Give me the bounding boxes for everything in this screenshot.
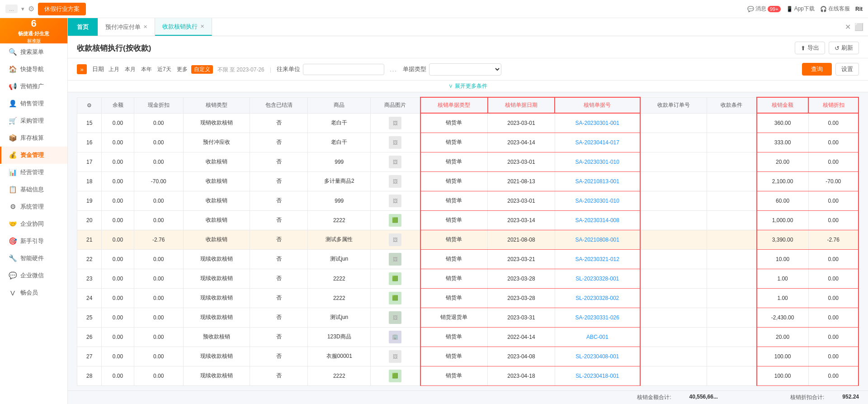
from-unit-input[interactable] (303, 64, 384, 75)
query-btn[interactable]: 查询 (802, 63, 832, 76)
sidebar-logo: 6 畅捷通·好生意 标准版 (0, 18, 67, 43)
cell-cancel_amount-1: 333.00 (757, 133, 808, 152)
cell-cancel_bill_no-1[interactable]: SA-20230414-017 (555, 133, 640, 152)
cell-cancel_bill_no-7[interactable]: SA-20230321-012 (555, 249, 640, 269)
sidebar-item-9[interactable]: ⚙系统管理 (0, 198, 67, 215)
table-row: 190.000.00收款核销否999🖼销货单2023-03-01SA-20230… (77, 191, 859, 210)
sidebar-item-13[interactable]: 💬企业微信 (0, 267, 67, 284)
date-link-more[interactable]: 更多 (175, 65, 189, 74)
dropdown-icon[interactable]: ▾ (21, 5, 24, 12)
cell-cancel_bill_no-2[interactable]: SA-20230301-010 (555, 152, 640, 171)
cell-balance-3: 0.00 (102, 171, 134, 191)
cell-cancel_amount-8: 1.00 (757, 269, 808, 288)
cell-cancel_bill_no-10[interactable]: SA-20230331-026 (555, 308, 640, 327)
sidebar-item-1[interactable]: 🏠快捷导航 (0, 61, 67, 78)
cell-cancel_bill_type-2: 销货单 (420, 152, 488, 171)
cell-goods-1: 老白干 (308, 133, 371, 152)
table-row: 210.00-2.76收款核销否测试多属性🖼销货单2021-08-08SA-20… (77, 230, 859, 249)
cell-cancel_bill_no-13[interactable]: SL-20230418-001 (555, 366, 640, 385)
sidebar-label-10: 企业协同 (20, 220, 44, 228)
cell-receipt_cond-12 (707, 347, 757, 366)
cell-cancel_bill_no-4[interactable]: SA-20230301-010 (555, 191, 640, 210)
cell-cancel_discount-4: 0.00 (808, 191, 859, 210)
cell-receipt_order_no-9 (640, 288, 707, 308)
tab-cancel-close[interactable]: ✕ (200, 24, 204, 29)
cell-included_settled-9: 否 (250, 288, 308, 308)
date-link-this-month[interactable]: 本月 (123, 65, 137, 74)
sidebar-label-14: 畅会员 (20, 289, 38, 297)
sidebar-item-12[interactable]: 🔧智能硬件 (0, 250, 67, 267)
tab-home-label: 首页 (77, 23, 89, 31)
cell-cancel_bill_date-12: 2023-04-08 (488, 347, 555, 366)
cell-cancel_type-6: 收款核销 (183, 230, 250, 249)
sidebar-item-3[interactable]: 👤销售管理 (0, 95, 67, 112)
cell-cancel_bill_type-12: 销货单 (420, 347, 488, 366)
date-link-7days[interactable]: 近7天 (156, 65, 173, 74)
tab-expand-icon[interactable]: ⬜ (854, 23, 863, 31)
bill-type-select[interactable] (429, 63, 501, 76)
user-name[interactable]: Rit (855, 6, 863, 12)
cell-cancel_type-3: 收款核销 (183, 171, 250, 191)
cell-receipt_cond-8 (707, 269, 757, 288)
tab-prepay[interactable]: 预付冲应付单 ✕ (98, 18, 155, 36)
settings-btn[interactable]: 设置 (835, 63, 859, 76)
cell-cancel_type-5: 收款核销 (183, 210, 250, 230)
tab-cancel-label: 收款核销执行 (162, 23, 198, 31)
refresh-btn[interactable]: ↺ 刷新 (829, 42, 859, 54)
cell-idx-12: 27 (77, 347, 102, 366)
cell-cancel_bill_no-6[interactable]: SA-20210808-001 (555, 230, 640, 249)
cell-receipt_order_no-1 (640, 133, 707, 152)
date-link-last-month[interactable]: 上月 (107, 65, 121, 74)
cell-cash_discount-2: 0.00 (134, 152, 183, 171)
top-bar-right: 💬 消息 99+ 📱 App下载 🎧 在线客服 Rit (747, 5, 863, 13)
sidebar-item-2[interactable]: 📢营销推广 (0, 78, 67, 95)
tab-prepay-close[interactable]: ✕ (143, 24, 147, 30)
date-link-this-year[interactable]: 本年 (139, 65, 154, 74)
cell-goods-7: 测试jun (308, 249, 371, 269)
solution-btn[interactable]: 休假行业方案 (38, 3, 86, 15)
filter-bar: » 日期 上月 本月 本年 近7天 更多 自定义 不限 至 2023-07-26 (68, 58, 868, 81)
tab-close-icon[interactable]: ✕ (845, 23, 851, 31)
sidebar-item-4[interactable]: 🛒采购管理 (0, 112, 67, 129)
cell-cancel_bill_no-8[interactable]: SL-20230328-001 (555, 269, 640, 288)
cell-cancel_bill_no-11[interactable]: ABC-001 (555, 327, 640, 347)
cell-cancel_bill_date-8: 2023-03-28 (488, 269, 555, 288)
cell-cancel_bill_no-3[interactable]: SA-20210813-001 (555, 171, 640, 191)
cell-goods_img-1: 🖼 (371, 133, 420, 152)
cell-goods_img-11: 🏢 (371, 327, 420, 347)
sidebar-item-8[interactable]: 📋基础信息 (0, 181, 67, 198)
cell-cancel_bill_no-12[interactable]: SL-20230408-001 (555, 347, 640, 366)
discount-label: 核销折扣合计: (790, 394, 824, 401)
filter-toggle-btn[interactable]: » (77, 64, 87, 74)
tab-cancel[interactable]: 收款核销执行 ✕ (155, 18, 212, 36)
sidebar-item-6[interactable]: 💰资金管理 (0, 147, 67, 164)
date-range: 不限 至 2023-07-26 (217, 67, 264, 73)
app-download-link[interactable]: 📱 App下载 (786, 5, 815, 13)
company-name[interactable]: ... (5, 5, 18, 13)
cell-receipt_cond-11 (707, 327, 757, 347)
cell-cancel_bill_no-5[interactable]: SA-20230314-008 (555, 210, 640, 230)
gear-icon[interactable]: ⚙ (28, 5, 34, 13)
sidebar-item-14[interactable]: V畅会员 (0, 284, 67, 301)
sidebar-label-12: 智能硬件 (20, 254, 44, 262)
cell-cancel_discount-10: 0.00 (808, 308, 859, 327)
cell-cancel_bill_no-9[interactable]: SL-20230328-002 (555, 288, 640, 308)
sidebar-item-7[interactable]: 📊经营管理 (0, 164, 67, 181)
export-btn[interactable]: ⬆ 导出 (795, 42, 825, 54)
sidebar-item-11[interactable]: 🎯新手引导 (0, 233, 67, 250)
cell-cash_discount-11: 0.00 (134, 327, 183, 347)
cell-cancel_type-7: 现续收款核销 (183, 249, 250, 269)
sidebar-item-0[interactable]: 🔍搜索菜单 (0, 43, 67, 61)
tab-home[interactable]: 首页 (68, 18, 98, 36)
cell-cancel_bill_type-7: 销货单 (420, 249, 488, 269)
page-title: 收款核销执行(按收款) (77, 43, 151, 53)
cell-cancel_bill_no-0[interactable]: SA-20230301-001 (555, 113, 640, 133)
expand-more-bar[interactable]: ∨ 展开更多条件 (68, 81, 868, 92)
cell-idx-13: 28 (77, 366, 102, 385)
sidebar-item-5[interactable]: 📦库存核算 (0, 129, 67, 147)
date-custom-btn[interactable]: 自定义 (191, 65, 213, 74)
online-service-link[interactable]: 🎧 在线客服 (820, 5, 850, 13)
sidebar-icon-0: 🔍 (9, 48, 17, 56)
messages-link[interactable]: 💬 消息 99+ (747, 5, 781, 13)
sidebar-item-10[interactable]: 🤝企业协同 (0, 215, 67, 233)
